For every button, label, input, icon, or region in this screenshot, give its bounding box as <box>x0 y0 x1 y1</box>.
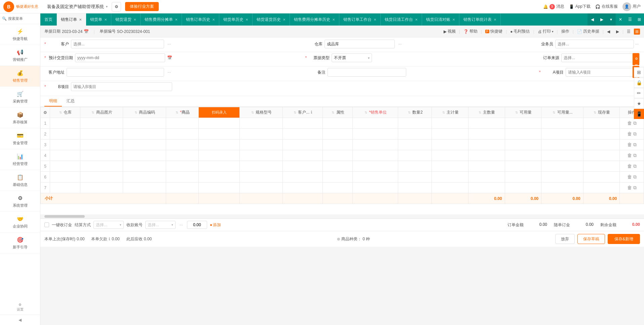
tab-prev-button[interactable]: ◀ <box>588 13 597 26</box>
row-4-available2[interactable] <box>541 150 583 161</box>
discard-button[interactable]: 放弃 <box>555 234 575 244</box>
tab-order-workbench[interactable]: 销售订单工作台 ✕ <box>339 13 381 26</box>
row-1-product-code[interactable] <box>123 118 166 129</box>
row-4-product-code[interactable] <box>123 150 166 161</box>
account-more-button[interactable]: ··· <box>178 222 184 227</box>
customer-addr-input[interactable] <box>67 68 164 77</box>
row-3-warehouse[interactable] <box>50 139 80 150</box>
warehouse-input[interactable] <box>325 40 395 48</box>
row-3-qty2[interactable] <box>398 139 432 150</box>
row-2-delete-button[interactable]: 🗑 <box>627 131 632 137</box>
form-settings-button[interactable]: ⚙ 设置 <box>633 53 639 65</box>
next-doc-button[interactable]: ▶ <box>613 28 622 35</box>
row-1-delete-button[interactable]: 🗑 <box>627 120 632 126</box>
row-6-available[interactable] <box>505 172 541 182</box>
close-sales-invoice-icon[interactable]: ✕ <box>104 18 107 22</box>
product-count-icon[interactable]: ⊙ <box>337 237 340 241</box>
order-source-input[interactable] <box>561 53 640 62</box>
close-return-history-icon[interactable]: ✕ <box>283 18 286 22</box>
row-6-copy-button[interactable]: ⧉ <box>633 174 637 180</box>
tab-sales-stats[interactable]: 销售订单统计表 ✕ <box>459 13 501 26</box>
row-5-main-unit[interactable] <box>432 161 468 172</box>
row-1-warehouse[interactable] <box>50 118 80 129</box>
row-2-warehouse[interactable] <box>50 129 80 139</box>
auto-checkout-checkbox[interactable] <box>44 222 49 227</box>
row-2-spec[interactable] <box>240 129 283 139</box>
row-4-main-unit[interactable] <box>432 150 468 161</box>
row-3-available[interactable] <box>505 139 541 150</box>
row-6-warehouse[interactable] <box>50 172 80 182</box>
sidebar-item-operations[interactable]: 📊 经营管理 <box>0 149 40 170</box>
close-daily-clear-reconcile-icon[interactable]: ✕ <box>452 18 455 22</box>
row-2-main-unit[interactable] <box>432 129 468 139</box>
row-7-product[interactable] <box>166 182 198 193</box>
sidebar-item-quick-nav[interactable]: ⚡ 快捷导航 <box>0 24 40 45</box>
row-5-scan[interactable] <box>198 161 239 172</box>
tab-menu-button[interactable]: ☰ <box>625 13 635 26</box>
row-3-sales-unit[interactable] <box>353 139 398 150</box>
warehouse-more-button[interactable]: ··· <box>397 42 403 46</box>
row-7-customer-code[interactable] <box>282 182 323 193</box>
row-2-qty2[interactable] <box>398 129 432 139</box>
row-2-customer-code[interactable] <box>282 129 323 139</box>
save-draft-button[interactable]: 保存草稿 <box>577 234 605 244</box>
print-button[interactable]: 🖨 打印 ▾ <box>535 28 556 35</box>
tab-sales-invoice[interactable]: 销货单 ✕ <box>86 13 111 26</box>
add-payment-button[interactable]: ● 添加 <box>210 222 221 228</box>
row-3-scan[interactable] <box>198 139 239 150</box>
notification-button[interactable]: 🔔 9 消息 <box>543 4 564 9</box>
row-5-warehouse[interactable] <box>50 161 80 172</box>
row-5-sales-unit[interactable] <box>353 161 398 172</box>
row-2-available2[interactable] <box>541 129 583 139</box>
row-6-sales-unit[interactable] <box>353 172 398 182</box>
row-7-main-unit[interactable] <box>432 182 468 193</box>
row-4-current-stock[interactable] <box>583 150 620 161</box>
row-5-main-qty[interactable] <box>468 161 505 172</box>
row-1-available2[interactable] <box>541 118 583 129</box>
row-1-customer-code[interactable] <box>282 118 323 129</box>
sidebar-item-sales[interactable]: 💰 销售管理 <box>0 66 40 87</box>
row-2-main-qty[interactable] <box>468 129 505 139</box>
save-and-new-button[interactable]: 保存&新增 <box>608 234 640 244</box>
tab-expense-history[interactable]: 销售费用分摊单历史 ✕ <box>290 13 339 26</box>
row-1-qty2[interactable] <box>398 118 432 129</box>
b-project-input[interactable] <box>71 82 172 91</box>
amount-input[interactable] <box>187 221 207 229</box>
row-7-available[interactable] <box>505 182 541 193</box>
row-2-available[interactable] <box>505 129 541 139</box>
industry-solution-button[interactable]: 体验行业方案 <box>125 2 159 11</box>
row-4-copy-button[interactable]: ⧉ <box>633 153 637 158</box>
row-2-product-img[interactable] <box>80 129 123 139</box>
tab-sales-order-history[interactable]: 销售订单历史 ✕ <box>182 13 219 26</box>
view-mode-list-button[interactable]: ☰ <box>624 28 633 35</box>
float-btn-3[interactable]: ✏ <box>634 88 644 98</box>
row-3-available2[interactable] <box>541 139 583 150</box>
row-6-qty2[interactable] <box>398 172 432 182</box>
row-3-product-img[interactable] <box>80 139 123 150</box>
sidebar-item-system[interactable]: ⚙ 系统管理 <box>0 191 40 212</box>
row-4-product[interactable] <box>166 150 198 161</box>
scroll-thumb[interactable] <box>44 215 85 218</box>
row-5-copy-button[interactable]: ⧉ <box>633 163 637 169</box>
tab-daily-clear-reconcile[interactable]: 钱货日清对账 ✕ <box>422 13 459 26</box>
operations-button[interactable]: 操作 <box>559 28 572 35</box>
row-1-spec[interactable] <box>240 118 283 129</box>
float-btn-2[interactable]: 🔒 <box>634 78 644 88</box>
close-order-workbench-icon[interactable]: ✕ <box>374 18 376 22</box>
sidebar-item-inventory[interactable]: 📦 库存核算 <box>0 108 40 128</box>
row-7-sales-unit[interactable] <box>353 182 398 193</box>
row-5-customer-code[interactable] <box>282 161 323 172</box>
row-6-product[interactable] <box>166 172 198 182</box>
tab-invoice-history[interactable]: 销货单历史 ✕ <box>219 13 253 26</box>
sidebar-item-finance[interactable]: 💳 资金管理 <box>0 128 40 149</box>
close-sales-stats-icon[interactable]: ✕ <box>494 18 496 22</box>
tab-expand-button[interactable]: ▾ <box>606 13 616 26</box>
sidebar-item-marketing[interactable]: 📢 营销推广 <box>0 45 40 66</box>
row-7-delete-button[interactable]: 🗑 <box>627 185 632 191</box>
remark-input[interactable] <box>328 68 406 77</box>
float-btn-1[interactable]: ⊞ <box>634 67 644 77</box>
row-6-delete-button[interactable]: 🗑 <box>627 174 632 180</box>
row-1-available[interactable] <box>505 118 541 129</box>
sidebar-item-basic-info[interactable]: 📋 基础信息 <box>0 170 40 191</box>
row-7-available2[interactable] <box>541 182 583 193</box>
